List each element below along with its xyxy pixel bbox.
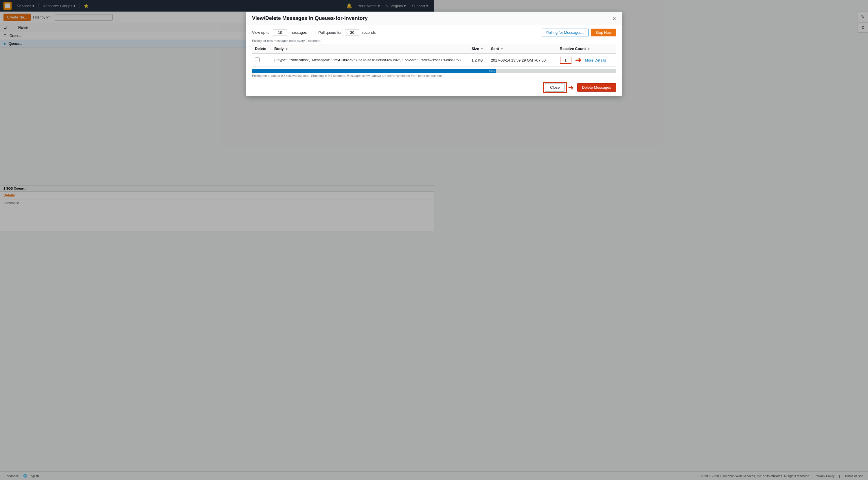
progress-status-label: Polling the queue at 0.5 receives/second…: [252, 74, 434, 77]
messages-table: Delete Body ▾ Size ▾ Sent ▾: [252, 44, 434, 67]
delete-col-label: Delete: [255, 46, 266, 51]
progress-status-text: Polling the queue at 0.5 receives/second…: [252, 74, 434, 77]
polling-status-text: Polling for new messages once every 2 se…: [246, 39, 434, 44]
col-header-delete: Delete: [252, 44, 271, 54]
view-up-to-label: View up to:: [252, 30, 271, 35]
messages-table-body: { "Type" : "Notification", "MessageId" :…: [252, 54, 434, 67]
row-delete-checkbox[interactable]: [255, 58, 259, 62]
view-delete-messages-modal: View/Delete Messages in Queues-for-Inven…: [246, 11, 434, 96]
modal-toolbar: View up to: messages Poll queue for: sec…: [246, 25, 434, 39]
col-header-body[interactable]: Body ▾: [271, 44, 434, 54]
body-cell: { "Type" : "Notification", "MessageId" :…: [271, 54, 434, 67]
body-col-label: Body: [274, 46, 284, 51]
poll-queue-label: Poll queue for:: [318, 30, 343, 35]
body-sort-icon: ▾: [286, 47, 287, 50]
modal-progress-section: 67% Polling the queue at 0.5 receives/se…: [246, 67, 434, 79]
delete-cell: [252, 54, 271, 67]
modal-toolbar-left: View up to: messages Poll queue for: sec…: [252, 29, 434, 36]
seconds-label: seconds: [362, 30, 376, 35]
modal-table-container: Delete Body ▾ Size ▾ Sent ▾: [246, 44, 434, 67]
poll-queue-input[interactable]: [345, 29, 359, 36]
messages-label: messages: [290, 30, 307, 35]
progress-bar-fill: 67%: [252, 69, 434, 73]
polling-status-label: Polling for new messages once every 2 se…: [252, 39, 321, 42]
table-header-row: Delete Body ▾ Size ▾ Sent ▾: [252, 44, 434, 54]
modal-title: View/Delete Messages in Queues-for-Inven…: [252, 15, 368, 22]
table-row: { "Type" : "Notification", "MessageId" :…: [252, 54, 434, 67]
modal-header: View/Delete Messages in Queues-for-Inven…: [246, 12, 434, 25]
modal-overlay: View/Delete Messages in Queues-for-Inven…: [0, 0, 434, 240]
progress-bar-track: 67%: [252, 69, 434, 73]
view-up-to-input[interactable]: [273, 29, 287, 36]
modal-footer: Close ➜ Delete Messages: [246, 79, 434, 96]
